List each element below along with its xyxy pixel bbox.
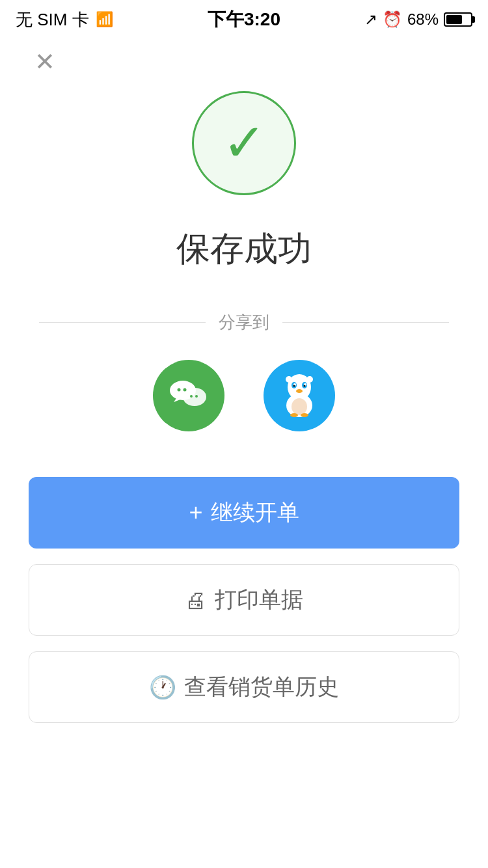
svg-point-3 — [183, 388, 187, 392]
plus-icon: + — [189, 499, 202, 526]
history-button[interactable]: 🕐 查看销货单历史 — [29, 651, 459, 723]
svg-point-17 — [290, 413, 298, 417]
wechat-share-button[interactable] — [153, 360, 224, 431]
print-icon: 🖨 — [185, 588, 207, 613]
battery-percent: 68% — [407, 10, 439, 29]
location-icon: ↗ — [364, 10, 377, 29]
status-right: ↗ ⏰ 68% — [364, 10, 472, 29]
qq-share-button[interactable] — [264, 360, 335, 431]
wifi-icon: 📶 — [96, 11, 113, 28]
qq-icon — [280, 373, 319, 418]
share-divider: 分享到 — [0, 311, 488, 334]
status-left: 无 SIM 卡 📶 — [16, 8, 113, 31]
status-bar: 无 SIM 卡 📶 下午3:20 ↗ ⏰ 68% — [0, 0, 488, 39]
svg-point-2 — [178, 388, 181, 392]
svg-point-19 — [286, 376, 292, 383]
svg-point-12 — [293, 385, 295, 387]
success-circle: ✓ — [192, 91, 296, 195]
close-button[interactable]: ✕ — [29, 46, 61, 78]
svg-point-1 — [183, 388, 206, 406]
history-icon: 🕐 — [149, 674, 176, 700]
success-title: 保存成功 — [176, 226, 312, 272]
alarm-icon: ⏰ — [383, 10, 402, 29]
divider-line-left — [39, 322, 206, 323]
main-content: ✓ 保存成功 分享到 — [0, 39, 488, 723]
svg-point-14 — [296, 389, 303, 393]
sim-text: 无 SIM 卡 — [16, 8, 89, 31]
print-label: 打印单据 — [215, 585, 303, 615]
svg-point-13 — [304, 385, 306, 387]
print-button[interactable]: 🖨 打印单据 — [29, 564, 459, 636]
checkmark-icon: ✓ — [223, 117, 266, 169]
svg-point-16 — [291, 398, 307, 415]
battery-fill — [446, 15, 462, 24]
continue-button[interactable]: + 继续开单 — [29, 477, 459, 549]
battery-icon — [444, 12, 472, 27]
action-buttons: + 继续开单 🖨 打印单据 🕐 查看销货单历史 — [0, 477, 488, 723]
svg-point-4 — [190, 395, 193, 398]
svg-point-5 — [195, 395, 198, 398]
close-icon: ✕ — [34, 49, 55, 74]
history-label: 查看销货单历史 — [184, 672, 339, 702]
share-icons — [153, 360, 335, 431]
divider-line-right — [282, 322, 449, 323]
wechat-icon — [167, 377, 210, 414]
svg-point-20 — [306, 376, 313, 383]
status-time: 下午3:20 — [208, 7, 280, 32]
svg-point-18 — [301, 413, 308, 417]
share-label: 分享到 — [206, 311, 282, 334]
continue-label: 继续开单 — [211, 498, 299, 528]
